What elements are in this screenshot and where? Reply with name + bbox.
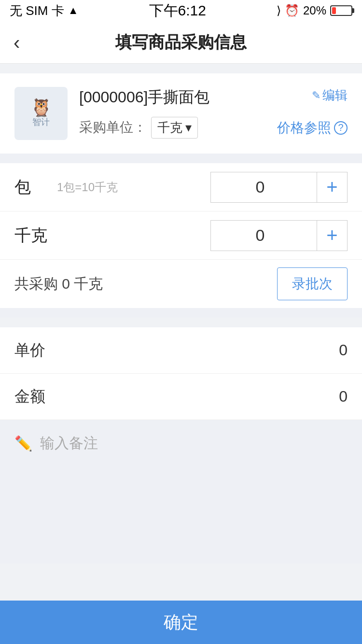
bottom-area	[0, 467, 362, 563]
location-icon: ⟩	[277, 4, 281, 17]
confirm-button-label: 确定	[164, 611, 198, 634]
product-image: 🦉 智计	[14, 87, 68, 140]
bag-input-group: +	[210, 172, 348, 203]
unit-label: 采购单位：	[79, 120, 147, 135]
product-name: [0000006]手撕面包	[79, 87, 209, 108]
product-logo: 🦉	[30, 99, 52, 116]
unit-price-value: 0	[339, 341, 348, 359]
confirm-button[interactable]: 确定	[0, 601, 362, 644]
unit-price-row: 单价 0	[0, 327, 362, 374]
battery-percent: 20%	[303, 4, 326, 17]
price-info-section: 单价 0 金额 0	[0, 327, 362, 420]
amount-label: 金额	[14, 386, 45, 407]
battery-icon	[330, 5, 352, 16]
back-button[interactable]: ‹	[14, 33, 20, 52]
header: ‹ 填写商品采购信息	[0, 21, 362, 64]
unit-row: 采购单位： 千克 ▾ 价格参照 ?	[79, 117, 348, 139]
bag-plus-button[interactable]: +	[317, 172, 348, 203]
bag-label: 包	[14, 176, 53, 198]
bag-sub-label: 1包=10千克	[57, 180, 210, 195]
section-divider-2	[0, 308, 362, 318]
unit-price-label: 单价	[14, 340, 45, 361]
product-logo-label: 智计	[30, 116, 52, 128]
total-label: 共采购 0 千克	[14, 274, 103, 294]
kg-input-row: 千克 +	[0, 211, 362, 260]
wifi-icon: ▲	[68, 4, 79, 17]
amount-value: 0	[339, 388, 348, 406]
edit-button[interactable]: ✎ 编辑	[312, 87, 348, 104]
section-divider-1	[0, 154, 362, 163]
pencil-icon: ✏️	[14, 435, 32, 452]
bag-input[interactable]	[210, 172, 317, 203]
unit-label-group: 采购单位： 千克 ▾	[79, 117, 198, 139]
sim-label: 无 SIM 卡	[10, 2, 64, 19]
notes-section[interactable]: ✏️ 输入备注	[0, 420, 362, 467]
bag-input-row: 包 1包=10千克 +	[0, 163, 362, 211]
status-right: ⟩ ⏰ 20%	[277, 4, 352, 17]
page-title: 填写商品采购信息	[115, 31, 247, 54]
product-name-row: [0000006]手撕面包 ✎ 编辑	[79, 87, 348, 108]
alarm-icon: ⏰	[285, 4, 299, 17]
chevron-down-icon: ▾	[185, 120, 192, 135]
total-row: 共采购 0 千克 录批次	[0, 260, 362, 308]
kg-plus-button[interactable]: +	[317, 220, 348, 251]
product-card: 🦉 智计 [0000006]手撕面包 ✎ 编辑 采购单位： 千克 ▾ 价格参照	[0, 73, 362, 154]
status-left: 无 SIM 卡 ▲	[10, 2, 78, 19]
edit-icon: ✎	[312, 89, 320, 102]
unit-select[interactable]: 千克 ▾	[151, 117, 198, 139]
status-time: 下午6:12	[149, 1, 206, 21]
input-section: 包 1包=10千克 + 千克 +	[0, 163, 362, 260]
info-icon: ?	[334, 121, 348, 135]
kg-label: 千克	[14, 224, 53, 247]
price-ref-button[interactable]: 价格参照 ?	[277, 119, 348, 137]
batch-button[interactable]: 录批次	[277, 267, 348, 300]
amount-row: 金额 0	[0, 374, 362, 420]
product-info: [0000006]手撕面包 ✎ 编辑 采购单位： 千克 ▾ 价格参照 ?	[79, 87, 348, 139]
status-bar: 无 SIM 卡 ▲ 下午6:12 ⟩ ⏰ 20%	[0, 0, 362, 21]
kg-input[interactable]	[210, 220, 317, 251]
notes-placeholder: 输入备注	[40, 434, 98, 453]
kg-input-group: +	[210, 220, 348, 251]
